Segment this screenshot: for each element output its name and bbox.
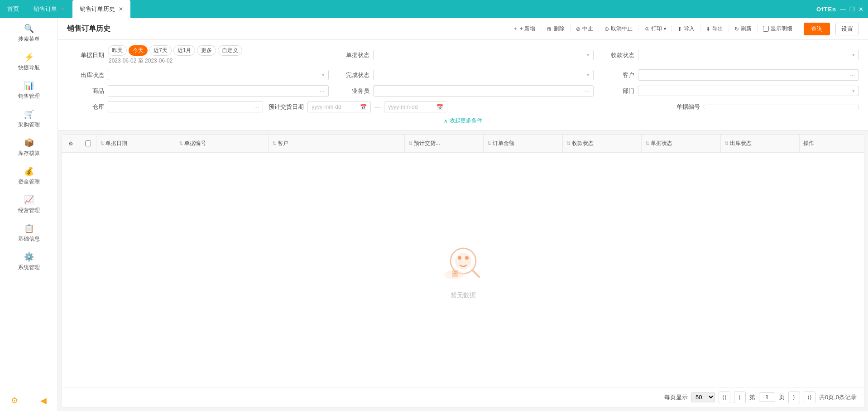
date-today-btn[interactable]: 今天 <box>129 45 148 56</box>
import-button[interactable]: ⬆ 导入 <box>677 25 695 33</box>
customer-dots[interactable]: ··· <box>850 72 855 78</box>
calendar-from-icon[interactable]: 📅 <box>360 104 367 110</box>
date-yesterday-btn[interactable]: 昨天 <box>108 45 127 56</box>
page-first-btn[interactable]: ⟨⟨ <box>719 392 730 403</box>
delete-button[interactable]: 🗑 删除 <box>547 25 565 33</box>
dept-filter-cell: 部门 ▾ <box>597 85 859 97</box>
goods-dots[interactable]: ··· <box>320 87 325 94</box>
salesperson-input[interactable]: ··· <box>373 85 594 97</box>
sidebar-item-quick-nav[interactable]: ⚡ 快捷导航 <box>0 47 58 75</box>
tab-sales-order[interactable]: 销售订单 ✕ <box>26 0 72 18</box>
cancel-stop-label: 取消中止 <box>611 25 633 33</box>
sidebar-item-inventory[interactable]: 📦 库存核算 <box>0 132 58 161</box>
th-order[interactable]: ⇅ 单据状态 <box>642 135 720 152</box>
receipt-status-label: 收款状态 <box>597 51 638 59</box>
date-1month-btn[interactable]: 近1月 <box>173 45 196 56</box>
quick-nav-icon: ⚡ <box>24 52 34 62</box>
print-label: 打印 <box>651 25 662 33</box>
svg-point-3 <box>458 256 461 260</box>
customer-input[interactable]: ··· <box>638 69 859 81</box>
salesperson-dots[interactable]: ··· <box>585 87 590 94</box>
warehouse-dots[interactable]: ··· <box>254 103 259 110</box>
date-more-btn[interactable]: 更多 <box>197 45 216 56</box>
dept-select[interactable]: ▾ <box>638 86 859 96</box>
receipt-status-select[interactable]: ▾ <box>638 50 859 60</box>
tab-sales-history-label: 销售订单历史 <box>80 5 115 13</box>
sidebar-item-system[interactable]: ⚙️ 系统管理 <box>0 247 58 275</box>
close-btn[interactable]: ✕ <box>858 6 863 13</box>
th-receipt[interactable]: ⇅ 收款状态 <box>563 135 642 152</box>
date-7days-btn[interactable]: 近7天 <box>149 45 172 56</box>
goods-input[interactable]: ··· <box>108 85 329 97</box>
query-button[interactable]: 查询 <box>804 23 830 35</box>
print-button[interactable]: 🖨 打印 ▾ <box>644 25 666 33</box>
calendar-to-icon[interactable]: 📅 <box>436 104 443 110</box>
th-amount[interactable]: ⇅ 订单金额 <box>484 135 562 152</box>
page-number-input[interactable] <box>759 392 775 402</box>
th-checkbox[interactable] <box>80 135 96 152</box>
tab-home-label: 首页 <box>7 5 19 13</box>
display-checkbox[interactable] <box>763 26 769 32</box>
stop-button[interactable]: ⊘ 中止 <box>576 25 593 33</box>
minimize-btn[interactable]: — <box>840 6 846 13</box>
bill-status-select[interactable]: ▾ <box>373 50 594 60</box>
th-op-label: 操作 <box>803 140 814 147</box>
sidebar-item-finance[interactable]: 💰 资金管理 <box>0 161 58 189</box>
page-next-btn[interactable]: ⟩ <box>788 392 800 403</box>
page-total-label: 共0页,0条记录 <box>819 393 857 401</box>
tab-sales-history[interactable]: 销售订单历史 ✕ <box>72 0 130 18</box>
th-outbound[interactable]: ⇅ 出库状态 <box>721 135 800 152</box>
delivery-to-text: yyyy-mm-dd <box>388 104 417 110</box>
sidebar-item-basic-info-label: 基础信息 <box>18 235 40 243</box>
refresh-button[interactable]: ↻ 刷新 <box>734 25 752 33</box>
empty-text: 暂无数据 <box>451 291 476 300</box>
th-amount-label: 订单金额 <box>493 140 514 147</box>
add-button[interactable]: ＋ + 新增 <box>513 25 535 33</box>
main-layout: 🔍 搜索菜单 ⚡ 快捷导航 📊 销售管理 🛒 采购管理 📦 库存核算 💰 资金管… <box>0 18 868 411</box>
warehouse-input[interactable]: ··· <box>108 101 263 112</box>
th-date-label: 单据日期 <box>106 140 127 147</box>
select-all-checkbox[interactable] <box>85 140 91 146</box>
outbound-status-select[interactable]: ▾ <box>108 70 329 80</box>
collapse-row[interactable]: ∧ 收起更多条件 <box>67 115 859 125</box>
date-custom-btn[interactable]: 自定义 <box>218 45 242 56</box>
sidebar-item-operations[interactable]: 📈 经营管理 <box>0 189 58 218</box>
setting-button[interactable]: 设置 <box>835 23 859 35</box>
toolbar-divider-5 <box>671 25 672 33</box>
export-button[interactable]: ⬇ 导出 <box>706 25 723 33</box>
sidebar-item-basic-info[interactable]: 📋 基础信息 <box>0 218 58 247</box>
sidebar-item-sales[interactable]: 📊 销售管理 <box>0 75 58 104</box>
restore-btn[interactable]: ❐ <box>849 6 855 13</box>
page-last-btn[interactable]: ⟩⟩ <box>804 392 815 403</box>
tab-home[interactable]: 首页 <box>0 0 26 18</box>
sidebar: 🔍 搜索菜单 ⚡ 快捷导航 📊 销售管理 🛒 采购管理 📦 库存核算 💰 资金管… <box>0 18 58 411</box>
dept-label: 部门 <box>597 87 638 95</box>
page-prev-btn[interactable]: ⟨ <box>734 392 746 403</box>
th-settings[interactable]: ⚙ <box>62 135 80 152</box>
empty-state: 暂无数据 <box>62 153 864 387</box>
brand-text: OfTEn <box>816 6 836 13</box>
completion-status-select[interactable]: ▾ <box>373 70 594 80</box>
cancel-stop-button[interactable]: ⊙ 取消中止 <box>604 25 633 33</box>
sidebar-settings-btn[interactable]: ⚙ <box>11 396 18 406</box>
tab-sales-history-close[interactable]: ✕ <box>119 6 123 12</box>
th-no[interactable]: ⇅ 单据编号 <box>175 135 269 152</box>
sidebar-collapse-btn[interactable]: ◀ <box>40 396 47 406</box>
delivery-date-label: 预计交货日期 <box>267 103 307 111</box>
date-filter-label: 单据日期 <box>67 51 108 59</box>
sidebar-item-purchase[interactable]: 🛒 采购管理 <box>0 104 58 132</box>
customer-filter-cell: 客户 ··· <box>597 69 859 81</box>
th-date[interactable]: ⇅ 单据日期 <box>96 135 175 152</box>
add-icon: ＋ <box>513 25 518 33</box>
delivery-date-from[interactable]: yyyy-mm-dd 📅 <box>307 102 371 112</box>
sidebar-item-quick-nav-label: 快捷导航 <box>18 64 40 72</box>
tab-sales-order-close[interactable]: ✕ <box>61 6 65 12</box>
th-delivery[interactable]: ⇅ 预计交货... <box>405 135 484 152</box>
delivery-from-text: yyyy-mm-dd <box>312 104 341 110</box>
delivery-date-to[interactable]: yyyy-mm-dd 📅 <box>384 102 447 112</box>
bill-no-input[interactable] <box>704 105 859 109</box>
system-icon: ⚙️ <box>24 252 34 262</box>
sidebar-item-search[interactable]: 🔍 搜索菜单 <box>0 18 58 47</box>
page-size-select[interactable]: 20 50 100 <box>691 392 715 402</box>
th-customer[interactable]: ⇅ 客户 <box>269 135 404 152</box>
